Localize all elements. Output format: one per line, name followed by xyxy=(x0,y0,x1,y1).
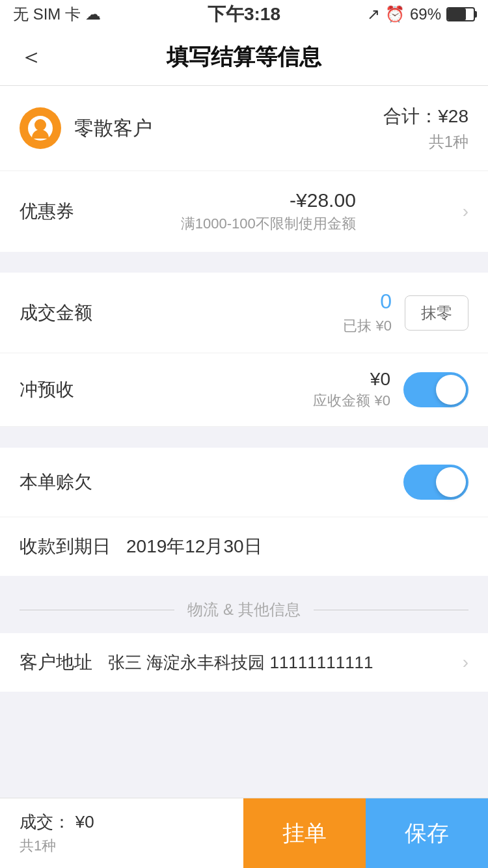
sim-label: 无 SIM 卡 ☁ xyxy=(13,4,101,25)
deal-amount-right: 0 已抹 ¥0 抹零 xyxy=(343,290,468,336)
page-title: 填写结算等信息 xyxy=(167,42,321,72)
debt-toggle-thumb xyxy=(436,467,466,497)
bottom-count: 共1种 xyxy=(20,836,224,856)
debt-section: 本单赊欠 收款到期日 2019年12月30日 xyxy=(0,448,488,576)
bottom-buttons: 挂单 保存 xyxy=(243,798,488,868)
total-count: 共1种 xyxy=(383,131,468,152)
address-row[interactable]: 客户地址 张三 海淀永丰科技园 11111111111 › xyxy=(0,633,488,692)
deal-amount-row: 成交金额 0 已抹 ¥0 抹零 xyxy=(0,273,488,353)
customer-right: 合计：¥28 共1种 xyxy=(383,104,468,152)
due-date-value: 2019年12月30日 xyxy=(126,534,262,559)
battery-icon xyxy=(446,7,475,21)
status-time: 下午3:18 xyxy=(208,2,280,27)
coupon-right-wrap: -¥28.00 满1000-100不限制使用金额 xyxy=(181,189,356,234)
precollect-right: ¥0 应收金额 ¥0 xyxy=(313,369,468,411)
location-icon: ↗ xyxy=(367,5,380,23)
due-date-row: 收款到期日 2019年12月30日 xyxy=(0,517,488,576)
precollect-label: 冲预收 xyxy=(20,377,74,402)
address-chevron-icon: › xyxy=(463,652,468,673)
address-right: › xyxy=(463,652,468,673)
address-label: 客户地址 xyxy=(20,650,92,675)
bottom-deal-label: 成交： xyxy=(20,812,70,832)
address-section: 客户地址 张三 海淀永丰科技园 11111111111 › xyxy=(0,633,488,692)
coupon-desc: 满1000-100不限制使用金额 xyxy=(181,214,356,234)
precollect-amount: ¥0 xyxy=(313,369,390,390)
logistics-label: 物流 & 其他信息 xyxy=(187,599,300,620)
deal-amount-col: 0 已抹 ¥0 xyxy=(343,290,392,336)
precollect-amount-wrap: ¥0 应收金额 ¥0 xyxy=(313,369,390,411)
deal-section: 成交金额 0 已抹 ¥0 抹零 冲预收 ¥0 应收金额 ¥0 xyxy=(0,273,488,427)
nav-bar: ＜ 填写结算等信息 xyxy=(0,29,488,86)
status-left: 无 SIM 卡 ☁ xyxy=(13,4,101,25)
customer-name: 零散客户 xyxy=(74,115,152,142)
bottom-deal-row: 成交： ¥0 xyxy=(20,811,224,834)
avatar-icon xyxy=(28,116,53,141)
customer-card: 零散客户 合计：¥28 共1种 优惠券 -¥28.00 满1000-100不限制… xyxy=(0,86,488,252)
precollect-sub: 应收金额 ¥0 xyxy=(313,391,390,411)
bottom-deal-amount: ¥0 xyxy=(75,812,94,832)
divider-line-left xyxy=(20,610,174,610)
save-button[interactable]: 保存 xyxy=(366,798,488,868)
battery-percent: 69% xyxy=(410,5,441,23)
logistics-divider: 物流 & 其他信息 xyxy=(20,599,468,620)
avatar xyxy=(20,107,61,149)
deal-amount-sub: 已抹 ¥0 xyxy=(343,316,392,336)
deal-amount-label: 成交金额 xyxy=(20,301,92,325)
hold-button[interactable]: 挂单 xyxy=(243,798,366,868)
divider-line-right xyxy=(314,610,468,610)
bottom-bar: 成交： ¥0 共1种 挂单 保存 xyxy=(0,798,488,868)
chevron-right-icon: › xyxy=(463,201,468,222)
logistics-divider-section: 物流 & 其他信息 xyxy=(0,586,488,633)
spacer-bottom xyxy=(0,702,488,780)
status-right: ↗ ⏰ 69% xyxy=(367,5,475,23)
section-divider-2 xyxy=(0,437,488,448)
toggle-thumb xyxy=(436,375,466,405)
alarm-icon: ⏰ xyxy=(385,5,405,23)
customer-row: 零散客户 合计：¥28 共1种 xyxy=(0,86,488,170)
customer-left: 零散客户 xyxy=(20,107,152,149)
precollect-row: 冲预收 ¥0 应收金额 ¥0 xyxy=(0,353,488,427)
status-bar: 无 SIM 卡 ☁ 下午3:18 ↗ ⏰ 69% xyxy=(0,0,488,29)
coupon-row[interactable]: 优惠券 -¥28.00 满1000-100不限制使用金额 › xyxy=(0,170,488,252)
section-divider-1 xyxy=(0,262,488,273)
address-value: 张三 海淀永丰科技园 11111111111 xyxy=(108,651,463,674)
due-date-label: 收款到期日 xyxy=(20,534,111,559)
total-amount: 合计：¥28 xyxy=(383,104,468,129)
back-button[interactable]: ＜ xyxy=(20,41,43,73)
coupon-amount: -¥28.00 xyxy=(181,189,356,211)
bottom-info: 成交： ¥0 共1种 xyxy=(0,798,243,868)
round-button[interactable]: 抹零 xyxy=(405,295,468,331)
debt-row: 本单赊欠 xyxy=(0,448,488,517)
debt-label: 本单赊欠 xyxy=(20,470,92,495)
deal-amount-value[interactable]: 0 xyxy=(343,290,392,314)
precollect-toggle[interactable] xyxy=(403,372,468,407)
debt-toggle[interactable] xyxy=(403,465,468,500)
coupon-label: 优惠券 xyxy=(20,199,74,224)
